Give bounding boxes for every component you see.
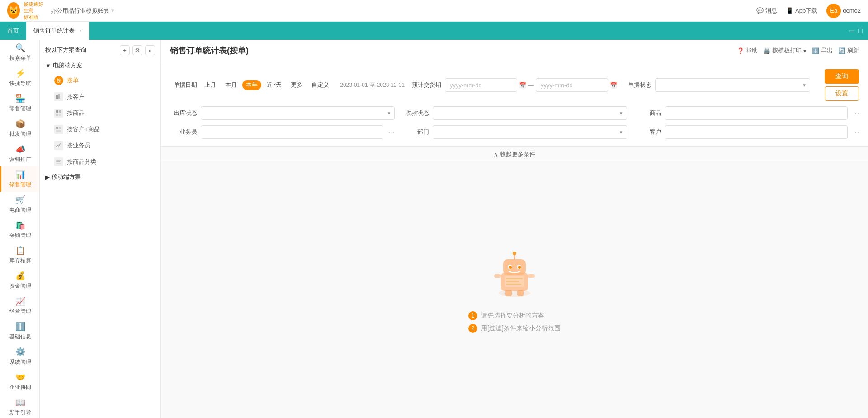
refresh-button[interactable]: 🔄 刷新 [838, 47, 859, 55]
finance-icon: 💰 [15, 271, 25, 281]
filter-area: 单据日期 上月 本月 本年 近7天 更多 自定义 2023-01-01 至 [161, 62, 868, 147]
settings-scheme-button[interactable]: ⚙ [132, 45, 142, 55]
marketing-icon: 📣 [15, 144, 25, 154]
sidebar-item-wholesale[interactable]: 📦 批发管理 [0, 116, 39, 141]
status-label: 单据状态 [624, 81, 651, 89]
sidebar-item-operation[interactable]: 📈 经营管理 [0, 293, 39, 318]
logo-text: 畅捷通好生意 标准版 [24, 1, 47, 20]
collect-status-select[interactable] [433, 106, 627, 120]
status-select[interactable] [655, 78, 810, 92]
tab-close-icon[interactable]: × [79, 28, 82, 33]
dept-label: 部门 [402, 128, 429, 136]
shortcut-more[interactable]: 更多 [287, 80, 306, 90]
export-button[interactable]: ⬇️ 导出 [812, 47, 833, 55]
salesperson-input[interactable] [201, 125, 383, 139]
logo-area: 🐱 畅捷通好生意 标准版 [7, 1, 47, 20]
delivery-calendar-to[interactable]: 📅 [610, 82, 617, 89]
sidebar-item-cooperation[interactable]: 🤝 企业协同 [0, 369, 39, 394]
dept-select[interactable] [433, 125, 627, 139]
scheme-icon-by-salesperson [54, 141, 63, 150]
sidebar-item-retail[interactable]: 🏪 零售管理 [0, 90, 39, 116]
sales-icon: 📊 [15, 170, 25, 180]
top-right-area: 💬 消息 📱 App下载 Ea demo2 [756, 4, 861, 18]
right-panel: 销售订单统计表(按单) ❓ 帮助 🖨️ 按模板打印 ▾ ⬇️ 导出 [161, 40, 868, 418]
sidebar-item-search-menu[interactable]: 🔍 搜索菜单 [0, 40, 39, 65]
tab-sales-order-stats[interactable]: 销售订单统计表 × [26, 22, 89, 40]
date-shortcuts: 上月 本月 本年 近7天 更多 自定义 [201, 80, 333, 90]
tab-bar-right: ─ □ [849, 27, 868, 35]
user-menu[interactable]: Ea demo2 [826, 4, 861, 18]
collect-status-wrapper [433, 106, 627, 120]
empty-illustration [487, 248, 542, 302]
print-button[interactable]: 🖨️ 按模板打印 ▾ [763, 47, 807, 55]
shortcut-custom[interactable]: 自定义 [308, 80, 333, 90]
sidebar-item-inventory[interactable]: 📋 库存核算 [0, 242, 39, 268]
collapse-panel-button[interactable]: « [145, 45, 155, 55]
delivery-calendar-from[interactable]: 📅 [519, 82, 526, 89]
desktop-group-header[interactable]: ▼ 电脑端方案 [43, 59, 157, 72]
svg-rect-7 [56, 127, 58, 129]
scheme-item-by-goods-category[interactable]: 按商品分类 [43, 154, 157, 170]
salesperson-dots[interactable]: ··· [389, 128, 395, 136]
shortcut-this-month[interactable]: 本月 [222, 80, 241, 90]
operation-icon: 📈 [15, 296, 25, 306]
svg-rect-0 [56, 95, 58, 99]
retail-icon: 🏪 [15, 94, 25, 104]
sidebar-item-ecommerce[interactable]: 🛒 电商管理 [0, 192, 39, 217]
page-header-actions: ❓ 帮助 🖨️ 按模板打印 ▾ ⬇️ 导出 🔄 刷新 [737, 47, 859, 55]
sidebar-item-sales[interactable]: 📊 销售管理 [0, 166, 39, 192]
svg-rect-11 [56, 162, 60, 162]
sidebar-item-quick-nav[interactable]: ⚡ 快捷导航 [0, 65, 39, 90]
tab-minimize-button[interactable]: ─ [849, 27, 854, 35]
message-button[interactable]: 💬 消息 [756, 7, 777, 15]
delivery-from-input[interactable] [445, 78, 517, 92]
quick-nav-icon: ⚡ [15, 68, 25, 78]
goods-dots[interactable]: ··· [853, 109, 859, 117]
customer-dots[interactable]: ··· [853, 128, 859, 136]
scheme-item-by-customer-goods[interactable]: 按客户+商品 [43, 121, 157, 138]
svg-rect-9 [56, 130, 61, 132]
empty-tip-1: 1 请先选择要分析的方案 [468, 311, 561, 320]
shortcut-last-month[interactable]: 上月 [201, 80, 220, 90]
help-button[interactable]: ❓ 帮助 [737, 47, 758, 55]
goods-label: 商品 [634, 109, 661, 117]
sidebar-item-marketing[interactable]: 📣 营销推广 [0, 141, 39, 166]
settings-button[interactable]: 设置 [825, 86, 859, 101]
sidebar-item-system[interactable]: ⚙️ 系统管理 [0, 344, 39, 369]
delivery-to-input[interactable] [536, 78, 608, 92]
shortcut-7days[interactable]: 近7天 [263, 80, 285, 90]
scheme-item-by-salesperson[interactable]: 按业务员 [43, 138, 157, 154]
app-download-button[interactable]: 📱 App下载 [786, 7, 817, 15]
sidebar-item-purchase[interactable]: 🛍️ 采购管理 [0, 217, 39, 242]
svg-point-21 [513, 252, 516, 255]
out-status-select[interactable] [201, 106, 395, 120]
breadcrumb-arrow[interactable]: ▾ [111, 7, 114, 14]
scheme-item-by-order[interactable]: 按 按单 [43, 72, 157, 89]
ecommerce-icon: 🛒 [15, 195, 25, 205]
scheme-item-by-goods[interactable]: 按商品 [43, 105, 157, 121]
query-button[interactable]: 查询 [825, 69, 859, 84]
filter-row-2: 出库状态 收款状态 [170, 106, 859, 120]
scheme-item-by-customer[interactable]: 按客户 [43, 89, 157, 105]
goods-input[interactable] [665, 106, 848, 120]
action-buttons: 查询 设置 [825, 69, 859, 101]
collapse-bar[interactable]: ∧ 收起更多条件 [161, 147, 868, 162]
download-icon: 📱 [786, 7, 793, 14]
collect-status-label: 收款状态 [402, 109, 429, 117]
tab-maximize-button[interactable]: □ [858, 27, 863, 35]
page-title: 销售订单统计表(按单) [170, 45, 249, 56]
add-scheme-button[interactable]: + [120, 45, 130, 55]
customer-input[interactable] [665, 125, 848, 139]
shortcut-this-year[interactable]: 本年 [242, 80, 261, 90]
cooperation-icon: 🤝 [15, 372, 25, 382]
sidebar-item-basic[interactable]: ℹ️ 基础信息 [0, 318, 39, 344]
tab-home[interactable]: 首页 [0, 22, 26, 40]
sidebar-item-finance[interactable]: 💰 资金管理 [0, 268, 39, 293]
left-panel: 按以下方案查询 + ⚙ « ▼ 电脑端方案 按 按单 [40, 40, 161, 418]
sidebar-item-newbie[interactable]: 📖 新手引导 [0, 394, 39, 418]
message-icon: 💬 [756, 7, 764, 14]
tab-bar: 首页 销售订单统计表 × ─ □ [0, 22, 868, 40]
svg-rect-2 [61, 96, 61, 99]
mobile-group-header[interactable]: ▶ 移动端方案 [43, 170, 157, 184]
svg-point-18 [509, 266, 512, 269]
